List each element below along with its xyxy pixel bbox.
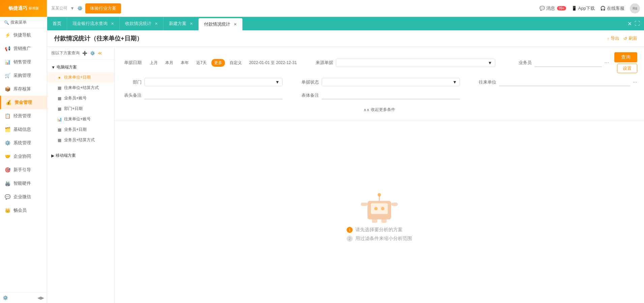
date-opt-last-month[interactable]: 上月 xyxy=(147,59,160,67)
source-select[interactable]: ▼ xyxy=(336,59,495,67)
receipt-stat-tab-label: 收款情况统计 xyxy=(125,21,151,27)
collapse-panel-icon[interactable]: ≪ xyxy=(98,51,102,56)
header-note-input[interactable] xyxy=(144,91,283,99)
status-select[interactable]: ▼ xyxy=(322,78,460,86)
scheme-table-icon2: ▦ xyxy=(57,96,62,101)
sidebar-item-label: 经营管理 xyxy=(13,113,31,119)
sidebar-search[interactable]: 🔍 搜索菜单 xyxy=(0,17,47,28)
sidebar-item-business[interactable]: 📋 经营管理 xyxy=(0,109,47,123)
tab-payment-stat[interactable]: 付款情况统计 ✕ xyxy=(199,18,242,30)
employee-more-icon[interactable]: ··· xyxy=(605,60,609,66)
close-all-tabs-icon[interactable]: ✕ xyxy=(627,21,632,27)
settings-scheme-icon[interactable]: ⚙️ xyxy=(90,51,95,56)
refresh-button[interactable]: ↺ 刷新 xyxy=(623,35,637,41)
sidebar-item-finance[interactable]: 💰 资金管理 xyxy=(0,96,47,109)
trial-button[interactable]: 体验行业方案 xyxy=(85,3,121,13)
scheme-item-label: 业务员+日期 xyxy=(64,127,87,132)
employee-input[interactable] xyxy=(534,59,602,67)
online-service-button[interactable]: 🎧 在线客服 xyxy=(600,5,624,11)
settings-button[interactable]: 设置 xyxy=(617,64,637,73)
mobile-section-toggle[interactable]: ▶ 移动端方案 xyxy=(47,151,114,160)
sidebar-item-label: 库存核算 xyxy=(13,86,31,92)
sidebar-item-marketing[interactable]: 📢 营销推广 xyxy=(0,42,47,55)
hardware-icon: 🖨️ xyxy=(4,180,11,187)
message-button[interactable]: 💬 消息 99+ xyxy=(539,5,566,11)
date-opt-this-year[interactable]: 本年 xyxy=(178,59,192,67)
guide-icon: 🎯 xyxy=(4,166,11,173)
date-opt-this-month[interactable]: 本月 xyxy=(163,59,176,67)
scheme-table-icon5: ▦ xyxy=(57,138,62,143)
date-opt-7days[interactable]: 近7天 xyxy=(194,59,209,67)
tab-home[interactable]: 首页 xyxy=(47,17,67,30)
sidebar-item-system[interactable]: ⚙️ 系统管理 xyxy=(0,136,47,150)
sidebar-item-quick-nav[interactable]: ⚡ 快捷导航 xyxy=(0,28,47,42)
payment-stat-tab-close[interactable]: ✕ xyxy=(234,22,237,27)
receipt-stat-tab-close[interactable]: ✕ xyxy=(155,22,158,26)
sidebar-item-hardware[interactable]: 🖨️ 智能硬件 xyxy=(0,177,47,190)
scheme-item-employee-settle[interactable]: ▦ 业务员+结算方式 xyxy=(47,135,114,145)
sidebar-nav: ⚡ 快捷导航 📢 营销推广 📊 销售管理 🛒 采购管理 📦 库存核算 💰 资金管… xyxy=(0,28,47,292)
business-icon: 📋 xyxy=(4,113,11,119)
desktop-section-label: 电脑端方案 xyxy=(57,64,77,70)
scheme-item-employee-account[interactable]: ▦ 业务员+账号 xyxy=(47,93,114,103)
new-scheme-tab-close[interactable]: ✕ xyxy=(190,22,193,26)
scheme-table-icon3: ▦ xyxy=(57,106,62,112)
svg-rect-7 xyxy=(391,203,398,206)
scheme-item-unit-date[interactable]: ● 往来单位+日期 xyxy=(47,72,114,83)
partner-more-icon[interactable]: ··· xyxy=(633,79,637,85)
maximize-icon[interactable]: ⛶ xyxy=(635,21,640,27)
sidebar-item-guide[interactable]: 🎯 新手引导 xyxy=(0,163,47,177)
add-scheme-icon[interactable]: ➕ xyxy=(82,51,87,56)
sidebar-item-label: 新手引导 xyxy=(13,167,31,173)
date-opt-more[interactable]: 更多 xyxy=(211,59,225,67)
date-range-display: 2022-01-01 至 2022-12-31 xyxy=(249,60,297,66)
company-selector[interactable]: 某某公司 xyxy=(51,5,67,11)
scheme-item-label: 往来单位+账号 xyxy=(64,116,91,122)
cash-flow-tab-close[interactable]: ✕ xyxy=(111,22,114,26)
sidebar-item-sales[interactable]: 📊 销售管理 xyxy=(0,55,47,69)
online-service-label: 在线客服 xyxy=(607,5,624,11)
scheme-table-icon4: ▦ xyxy=(57,127,62,132)
query-button[interactable]: 查询 xyxy=(614,52,637,62)
body-note-input[interactable] xyxy=(322,91,460,99)
body-note-group: 表体备注 xyxy=(299,91,460,99)
new-scheme-tab-label: 新建方案 xyxy=(169,21,186,27)
export-button[interactable]: ↑ 导出 xyxy=(607,35,620,41)
date-opt-custom[interactable]: 自定义 xyxy=(227,59,244,67)
app-download-label: App下载 xyxy=(578,5,595,11)
sidebar-item-purchase[interactable]: 🛒 采购管理 xyxy=(0,69,47,82)
tab-receipt-stat[interactable]: 收款情况统计 ✕ xyxy=(120,17,164,30)
settings-icon[interactable]: ⚙️ xyxy=(3,295,8,300)
scheme-item-dept-date[interactable]: ▦ 部门+日期 xyxy=(47,103,114,114)
sidebar-bottom: ⚙️ ◀▶ xyxy=(0,292,47,303)
user-avatar[interactable]: Rit xyxy=(630,3,640,13)
status-select-arrow: ▼ xyxy=(452,80,457,85)
dept-select[interactable]: ▼ xyxy=(144,78,283,86)
collapse-filter-button[interactable]: ∧∧ 收起更多条件 xyxy=(121,104,637,115)
tabbar-actions: ✕ ⛶ xyxy=(627,17,644,30)
svg-point-3 xyxy=(381,207,384,210)
logo-sub: 标准版 xyxy=(29,6,39,11)
topbar-gear-icon[interactable]: ⚙️ xyxy=(77,6,83,11)
scheme-item-unit-settle[interactable]: ▦ 往来单位+结算方式 xyxy=(47,83,114,93)
app-download-button[interactable]: 📱 App下载 xyxy=(572,5,595,11)
scheme-item-employee-date[interactable]: ▦ 业务员+日期 xyxy=(47,124,114,135)
sidebar-item-basic[interactable]: 🗂️ 基础信息 xyxy=(0,123,47,136)
refresh-icon: ↺ xyxy=(623,36,627,41)
sidebar-item-wechat[interactable]: 💬 企业微信 xyxy=(0,190,47,204)
collapse-sidebar-icon[interactable]: ◀▶ xyxy=(37,295,44,300)
tab-cash-flow[interactable]: 现金银行流水查询 ✕ xyxy=(67,17,120,30)
wechat-icon: 💬 xyxy=(4,193,11,200)
sidebar-item-member[interactable]: 👑 畅会员 xyxy=(0,204,47,217)
desktop-section-toggle[interactable]: ▼ 电脑端方案 xyxy=(47,62,114,72)
refresh-label: 刷新 xyxy=(628,35,637,41)
tab-new-scheme[interactable]: 新建方案 ✕ xyxy=(164,17,199,30)
sidebar-item-coop[interactable]: 🤝 企业协同 xyxy=(0,150,47,163)
scheme-item-label: 往来单位+结算方式 xyxy=(64,85,99,91)
scheme-item-unit-account[interactable]: 📊 往来单位+账号 xyxy=(47,114,114,124)
sidebar-item-inventory[interactable]: 📦 库存核算 xyxy=(0,82,47,96)
dept-filter-label: 部门 xyxy=(121,79,142,85)
partner-input[interactable] xyxy=(499,78,630,86)
company-dropdown-icon[interactable]: ▼ xyxy=(70,6,75,11)
source-select-arrow: ▼ xyxy=(488,60,492,65)
